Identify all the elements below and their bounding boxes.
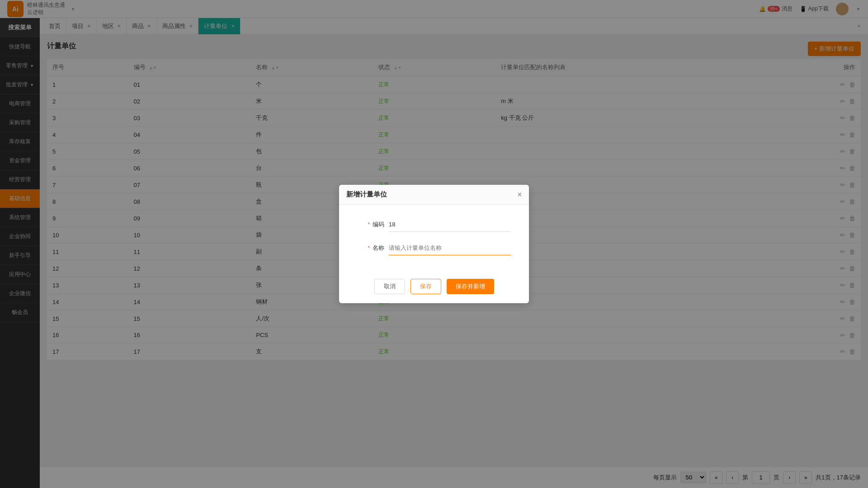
code-label: * 编码 (357, 221, 384, 229)
name-label: * 名称 (357, 244, 384, 252)
modal-overlay[interactable]: 新增计量单位 × * 编码 * 名称 取消 保存 保存并新增 (0, 0, 868, 488)
code-input[interactable] (389, 217, 511, 232)
modal-title: 新增计量单位 (346, 190, 387, 199)
modal-footer: 取消 保存 保存并新增 (339, 273, 529, 303)
modal-body: * 编码 * 名称 (339, 205, 529, 273)
cancel-button[interactable]: 取消 (374, 279, 405, 294)
form-row-code: * 编码 (357, 217, 511, 232)
add-unit-modal: 新增计量单位 × * 编码 * 名称 取消 保存 保存并新增 (339, 185, 529, 303)
modal-header: 新增计量单位 × (339, 185, 529, 205)
name-input[interactable] (389, 241, 511, 255)
required-mark-code: * (368, 221, 370, 228)
save-and-new-button[interactable]: 保存并新增 (447, 279, 494, 294)
required-mark-name: * (368, 244, 370, 251)
modal-close-btn[interactable]: × (518, 191, 522, 199)
form-row-name: * 名称 (357, 241, 511, 255)
save-button[interactable]: 保存 (410, 279, 441, 294)
